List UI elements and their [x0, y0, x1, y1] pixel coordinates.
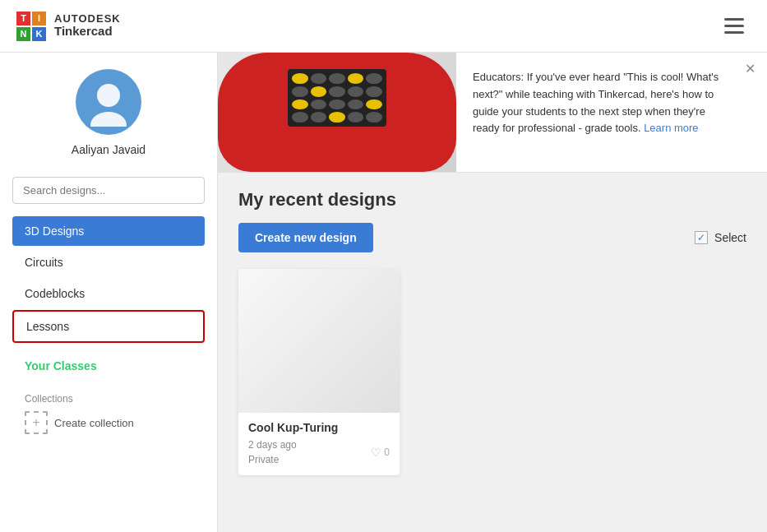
nav-list: 3D Designs Circuits Codeblocks Lessons — [12, 216, 205, 343]
hamburger-line-2 — [724, 25, 744, 27]
screen-dot — [329, 99, 345, 110]
create-collection-label: Create collection — [54, 417, 134, 429]
screen-dot — [366, 99, 382, 110]
svg-point-0 — [97, 84, 120, 107]
header-left: T I N K AUTODESK Tinkercad — [16, 12, 121, 41]
design-info: Cool Kup-Turing 2 days ago Private ♡ 0 — [238, 413, 400, 475]
section-title: My recent designs — [238, 189, 746, 210]
logo-n: N — [16, 27, 30, 41]
screen-dot — [348, 99, 364, 110]
design-card[interactable]: Cool Kup-Turing 2 days ago Private ♡ 0 — [238, 269, 400, 475]
screen-dot — [348, 73, 364, 84]
brand-autodesk: AUTODESK — [54, 13, 121, 25]
collections-section: Collections + Create collection — [12, 389, 205, 438]
hamburger-line-1 — [724, 18, 744, 21]
sidebar: Aaliyan Javaid 3D Designs Circuits Codeb… — [0, 53, 218, 532]
create-new-design-button[interactable]: Create new design — [238, 223, 373, 252]
design-time: 2 days ago — [248, 437, 297, 452]
select-checkbox[interactable] — [695, 231, 708, 244]
avatar-section: Aaliyan Javaid — [12, 69, 205, 164]
content-area: My recent designs Create new design Sele… — [218, 173, 767, 492]
search-input[interactable] — [12, 177, 205, 204]
close-banner-button[interactable]: ✕ — [742, 59, 759, 79]
screen-dot — [292, 73, 308, 84]
sidebar-item-circuits[interactable]: Circuits — [12, 247, 205, 277]
design-visibility: Private — [248, 452, 297, 467]
collections-label: Collections — [25, 393, 192, 405]
logo-k: K — [32, 27, 46, 41]
select-label: Select — [714, 231, 746, 244]
screen-dot — [366, 86, 382, 97]
screen-dot — [329, 73, 345, 84]
header: T I N K AUTODESK Tinkercad — [0, 0, 767, 53]
brand-name: AUTODESK Tinkercad — [54, 13, 121, 39]
sidebar-item-3d-designs[interactable]: 3D Designs — [12, 216, 205, 246]
avatar — [76, 69, 141, 135]
logo-i: I — [32, 12, 46, 25]
design-likes: ♡ 0 — [371, 446, 390, 459]
sidebar-item-codeblocks[interactable]: Codeblocks — [12, 279, 205, 308]
brand-tinkercad: Tinkercad — [54, 25, 121, 39]
user-avatar-icon — [84, 77, 133, 127]
username: Aaliyan Javaid — [72, 143, 146, 156]
designs-grid: Cool Kup-Turing 2 days ago Private ♡ 0 — [238, 269, 746, 475]
logo-t: T — [16, 12, 30, 25]
device-illustration — [218, 53, 456, 172]
screen-dot — [348, 86, 364, 97]
your-classes[interactable]: Your Classes — [12, 355, 205, 377]
screen-dot — [292, 86, 308, 97]
select-area[interactable]: Select — [695, 231, 746, 244]
sidebar-item-lessons[interactable]: Lessons — [12, 310, 205, 343]
actions-row: Create new design Select — [238, 223, 746, 252]
hamburger-line-3 — [724, 31, 744, 34]
plus-icon: + — [25, 411, 48, 434]
hamburger-menu[interactable] — [718, 12, 751, 40]
banner-text: Educators: If you've ever heard "This is… — [456, 53, 767, 172]
design-meta: 2 days ago Private ♡ 0 — [248, 437, 390, 467]
device-screen — [288, 69, 386, 127]
screen-dot — [311, 86, 327, 97]
screen-dot — [292, 99, 308, 110]
banner-image — [218, 53, 456, 172]
design-thumbnail — [238, 269, 400, 413]
screen-dot — [329, 112, 345, 123]
screen-dot — [348, 112, 364, 123]
svg-point-1 — [90, 112, 127, 127]
design-name: Cool Kup-Turing — [248, 421, 390, 434]
banner: Educators: If you've ever heard "This is… — [218, 53, 767, 173]
screen-dot — [311, 99, 327, 110]
likes-count: 0 — [384, 446, 390, 458]
screen-dot — [311, 73, 327, 84]
autodesk-logo: T I N K — [16, 12, 46, 41]
screen-dot — [292, 112, 308, 123]
main-layout: Aaliyan Javaid 3D Designs Circuits Codeb… — [0, 53, 767, 532]
screen-dot — [311, 112, 327, 123]
create-collection[interactable]: + Create collection — [25, 411, 192, 434]
heart-icon: ♡ — [371, 446, 381, 459]
content: Educators: If you've ever heard "This is… — [218, 53, 767, 532]
screen-dot — [366, 73, 382, 84]
design-details: 2 days ago Private — [248, 437, 297, 467]
screen-dot — [366, 112, 382, 123]
screen-dot — [329, 86, 345, 97]
learn-more-link[interactable]: Learn more — [644, 122, 698, 134]
